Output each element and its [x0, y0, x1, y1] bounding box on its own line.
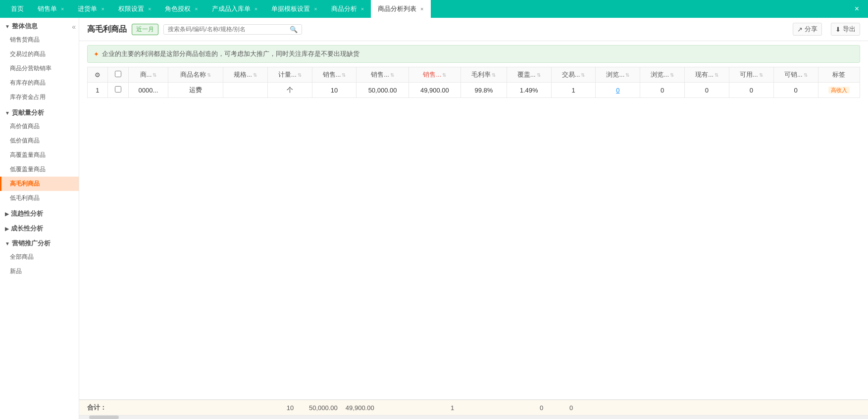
sidebar-item-high-margin[interactable]: 高毛利商品	[0, 177, 79, 191]
data-table: ⚙ 商...⇅ 商品名称⇅ 规格...⇅ 计量...⇅ 销售...⇅ 销售...…	[87, 67, 860, 98]
nav-permission-settings-label: 权限设置	[118, 4, 144, 13]
nav-product-analysis[interactable]: 商品分析 ×	[324, 0, 371, 18]
sidebar-item-sales-goods[interactable]: 销售货商品	[0, 33, 79, 47]
sort-icon-views1: ⇅	[625, 72, 629, 78]
nav-product-inbound-close[interactable]: ×	[255, 6, 257, 12]
sidebar-item-low-coverage[interactable]: 低覆盖量商品	[0, 162, 79, 177]
nav-sales-order-close[interactable]: ×	[61, 6, 64, 12]
row-checkbox[interactable]	[115, 86, 121, 93]
col-sellable-sort[interactable]: 可销...⇅	[784, 70, 808, 79]
footer-empty1	[156, 404, 186, 412]
footer-empty10	[616, 404, 646, 412]
footer-empty9	[586, 404, 616, 412]
sidebar-item-all-goods[interactable]: 全部商品	[0, 250, 79, 264]
sort-icon-sales-profit: ⇅	[442, 72, 446, 78]
col-coverage: 覆盖...⇅	[507, 67, 551, 83]
export-button[interactable]: ⬇ 导出	[831, 23, 860, 36]
filter-recent-month-button[interactable]: 近一月	[132, 24, 158, 35]
window-close-button[interactable]: ×	[850, 4, 864, 13]
sidebar-item-low-value[interactable]: 低价值商品	[0, 134, 79, 148]
share-button[interactable]: ↗ 分享	[793, 23, 822, 36]
footer-empty8	[497, 404, 527, 412]
main-layout: « ▼ 整体信息 销售货商品 交易过的商品 商品分营助销率 有库存的商品 库存资…	[0, 18, 868, 419]
col-gross-margin-sort[interactable]: 毛利率⇅	[471, 70, 496, 79]
footer-empty3	[216, 404, 246, 412]
nav-sales-order-label: 销售单	[38, 4, 57, 13]
footer-transactions: 1	[438, 404, 467, 412]
cell-views2: 0	[640, 83, 685, 98]
sidebar-group-overall-label: 整体信息	[12, 22, 38, 31]
search-input[interactable]	[168, 26, 288, 33]
nav-role-auth-label: 角色授权	[165, 4, 191, 13]
nav-product-analysis-close[interactable]: ×	[361, 6, 364, 12]
export-label: 导出	[843, 25, 856, 34]
scrollbar-thumb[interactable]	[89, 416, 119, 419]
share-label: 分享	[805, 25, 817, 34]
col-views1-sort[interactable]: 浏览...⇅	[606, 70, 629, 79]
nav-product-inbound[interactable]: 产成品入库单 ×	[205, 0, 264, 18]
col-code-sort[interactable]: 商...⇅	[140, 70, 157, 79]
nav-template-settings[interactable]: 单据模板设置 ×	[264, 0, 324, 18]
sidebar-group-growth[interactable]: ▶ 成长性分析	[0, 220, 79, 235]
nav-product-analysis-list[interactable]: 商品分析列表 ×	[371, 0, 430, 18]
col-sales-qty: 销售...⇅	[312, 67, 357, 83]
sidebar-item-stock-capital[interactable]: 库存资金占用	[0, 90, 79, 104]
sidebar-group-contribution-label: 贡献量分析	[12, 108, 44, 117]
col-sales-amt-sort[interactable]: 销售...⇅	[371, 70, 394, 79]
footer-sales-amt: 50,000.00	[305, 404, 342, 412]
sidebar-group-marketing[interactable]: ▼ 营销推广分析	[0, 235, 79, 250]
col-sales-qty-sort[interactable]: 销售...⇅	[323, 70, 346, 79]
col-sales-amt: 销售...⇅	[357, 67, 408, 83]
col-sales-profit-sort[interactable]: 销售...⇅	[423, 70, 446, 79]
col-available-stock-sort[interactable]: 可用...⇅	[740, 70, 763, 79]
col-unit-sort[interactable]: 计量...⇅	[278, 70, 302, 79]
sidebar-group-flow-label: 流趋性分析	[11, 209, 43, 218]
sidebar-item-high-value[interactable]: 高价值商品	[0, 119, 79, 134]
sidebar-group-overall-arrow: ▼	[5, 24, 10, 29]
cell-name: 运费	[168, 83, 223, 98]
nav-home[interactable]: 首页	[4, 0, 31, 18]
sidebar-item-traded-goods[interactable]: 交易过的商品	[0, 47, 79, 61]
sidebar-group-growth-label: 成长性分析	[11, 224, 43, 233]
nav-home-label: 首页	[11, 4, 24, 13]
horizontal-scrollbar[interactable]	[79, 415, 868, 419]
nav-permission-settings[interactable]: 权限设置 ×	[111, 0, 158, 18]
sidebar-item-new-goods[interactable]: 新品	[0, 264, 79, 279]
nav-role-auth-close[interactable]: ×	[195, 6, 198, 12]
nav-permission-settings-close[interactable]: ×	[148, 6, 151, 12]
nav-template-settings-close[interactable]: ×	[314, 6, 317, 12]
cell-index: 1	[88, 83, 108, 98]
col-current-stock-sort[interactable]: 现有...⇅	[695, 70, 718, 79]
sidebar-item-assist-sales-rate[interactable]: 商品分营助销率	[0, 61, 79, 76]
footer-cells: 10 50,000.00 49,900.00 1 0 0	[156, 404, 860, 412]
sidebar-collapse-button[interactable]: «	[72, 23, 76, 31]
sidebar-group-flow[interactable]: ▶ 流趋性分析	[0, 205, 79, 220]
sidebar-group-marketing-arrow: ▼	[5, 241, 10, 246]
col-spec-sort[interactable]: 规格...⇅	[234, 70, 257, 79]
col-name-sort[interactable]: 商品名称⇅	[180, 70, 211, 79]
table-container: ⚙ 商...⇅ 商品名称⇅ 规格...⇅ 计量...⇅ 销售...⇅ 销售...…	[79, 67, 868, 399]
nav-product-analysis-list-close[interactable]: ×	[420, 6, 423, 12]
search-icon[interactable]: 🔍	[290, 26, 298, 33]
cell-code: 0000...	[129, 83, 168, 98]
col-views2-sort[interactable]: 浏览...⇅	[651, 70, 674, 79]
col-available-stock: 可用...⇅	[729, 67, 773, 83]
sidebar-group-overall[interactable]: ▼ 整体信息	[0, 18, 79, 33]
sidebar: « ▼ 整体信息 销售货商品 交易过的商品 商品分营助销率 有库存的商品 库存资…	[0, 18, 79, 419]
col-coverage-sort[interactable]: 覆盖...⇅	[517, 70, 541, 79]
col-transactions-sort[interactable]: 交易...⇅	[562, 70, 585, 79]
col-settings[interactable]: ⚙	[88, 67, 108, 83]
sidebar-item-in-stock-goods[interactable]: 有库存的商品	[0, 76, 79, 90]
sidebar-item-high-coverage[interactable]: 高覆盖量商品	[0, 148, 79, 162]
select-all-checkbox[interactable]	[115, 71, 121, 77]
sidebar-item-low-margin[interactable]: 低毛利商品	[0, 191, 79, 205]
nav-sales-order[interactable]: 销售单 ×	[31, 0, 71, 18]
sidebar-group-contribution[interactable]: ▼ 贡献量分析	[0, 104, 79, 119]
sort-icon-unit: ⇅	[298, 72, 302, 78]
sidebar-group-growth-arrow: ▶	[5, 226, 9, 232]
col-views2: 浏览...⇅	[640, 67, 685, 83]
nav-role-auth[interactable]: 角色授权 ×	[158, 0, 204, 18]
nav-purchase-order[interactable]: 进货单 ×	[71, 0, 111, 18]
cell-coverage: 1.49%	[507, 83, 551, 98]
nav-purchase-order-close[interactable]: ×	[101, 6, 104, 12]
